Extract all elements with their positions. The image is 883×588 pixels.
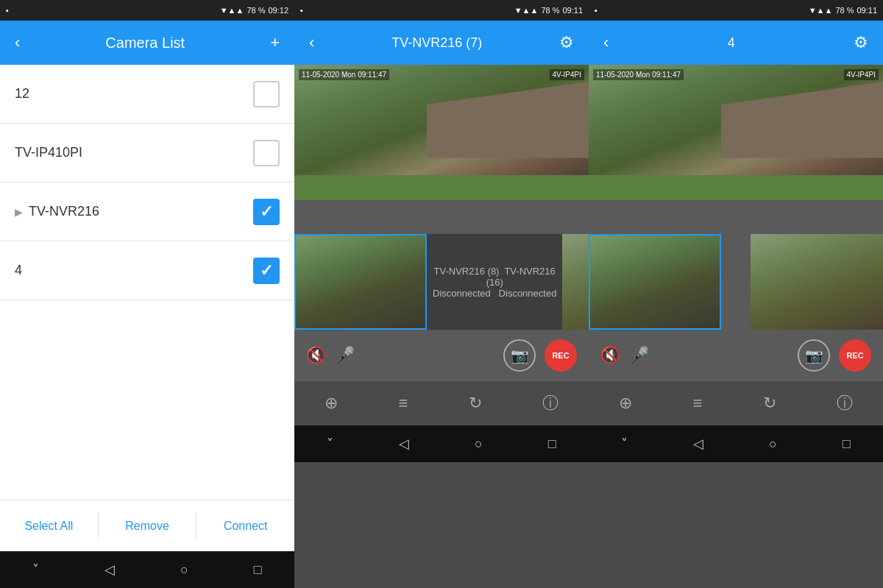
expand-arrow-tvnvr216[interactable]: ▶ — [15, 206, 23, 218]
cam4-view-panel: ▪ ▼▲▲ 78 % 09:11 ‹ 4 ⚙ 11-05-2020 Mon 09… — [589, 0, 883, 588]
select-all-button[interactable]: Select All — [0, 512, 99, 540]
pan-button-p3[interactable]: ⊕ — [610, 388, 641, 419]
app-icon-p3: ▪ — [595, 6, 597, 15]
back-button-p2[interactable]: ‹ — [303, 30, 320, 55]
nav-square-p1[interactable]: □ — [242, 556, 274, 584]
app-icon-p2: ▪ — [300, 6, 303, 15]
camera-item-4[interactable]: 4 — [0, 241, 294, 300]
nav-back-p1[interactable]: ◁ — [93, 556, 127, 584]
nvr-view-panel: ▪ ▼▲▲ 78 % 09:11 ‹ TV-NVR216 (7) ⚙ 11-05… — [294, 0, 589, 588]
camera-feed-p3 — [589, 65, 883, 234]
nav-back-p2[interactable]: ◁ — [387, 430, 421, 458]
disconnected-status-p2: Disconnected Disconnected — [433, 288, 556, 299]
camera-name-12: 12 — [15, 86, 253, 102]
road-element-p3 — [589, 200, 883, 234]
checkbox-4[interactable] — [253, 258, 280, 284]
app-title-p3: 4 — [614, 35, 848, 51]
status-bar-p3: ▪ ▼▲▲ 78 % 09:11 — [589, 0, 883, 21]
app-icon-p1: ▪ — [6, 6, 9, 15]
nav-chevron-p2[interactable]: ˅ — [315, 430, 345, 458]
grass-element-p2 — [294, 175, 589, 201]
back-button-p3[interactable]: ‹ — [597, 30, 614, 55]
battery-p1: 78 % — [247, 6, 265, 15]
nav-home-p1[interactable]: ○ — [169, 556, 200, 584]
nav-home-p3[interactable]: ○ — [757, 431, 789, 458]
camera-item-12[interactable]: 12 — [0, 65, 294, 124]
refresh-button-p3[interactable]: ↻ — [754, 388, 785, 419]
app-bar-p1: ‹ Camera List + — [0, 21, 294, 65]
nav-chevron-p3[interactable]: ˅ — [609, 430, 639, 458]
remove-button[interactable]: Remove — [99, 512, 197, 540]
controls-row-p3: 🔇 🎤 📷 REC — [589, 330, 883, 381]
main-camera-view-p3: 11-05-2020 Mon 09:11:47 4V-IP4PI — [589, 65, 883, 234]
mute-button-p3[interactable]: 🔇 — [600, 346, 620, 365]
nav-bar-p3: ˅ ◁ ○ □ — [589, 425, 883, 462]
checkbox-tvnvr216[interactable] — [253, 199, 280, 225]
status-bar-p1: ▪ ▼▲▲ 78 % 09:12 — [0, 0, 294, 21]
camera-name-4: 4 — [15, 263, 253, 278]
micoff-button-p2[interactable]: 🎤 — [335, 346, 355, 365]
rec-button-p3[interactable]: REC — [839, 339, 871, 372]
camera-timestamp-p3: 11-05-2020 Mon 09:11:47 — [593, 69, 684, 80]
thumb-feed-1-p2 — [296, 235, 425, 328]
mute-button-p2[interactable]: 🔇 — [306, 346, 326, 365]
main-camera-view-p2: 11-05-2020 Mon 09:11:47 4V-IP4PI — [294, 65, 589, 234]
time-p3: 09:11 — [857, 6, 877, 15]
camera-label-tr-p3: 4V-IP4PI — [844, 69, 879, 80]
rec-button-p2[interactable]: REC — [545, 339, 577, 372]
signal-icon-p2: ▼▲▲ — [514, 6, 539, 15]
settings-button-p2[interactable]: ⚙ — [553, 30, 580, 55]
bottom-toolbar-p3: ⊕ ≡ ↻ ⓘ — [589, 381, 883, 425]
thumb-1-p2[interactable] — [294, 234, 427, 330]
add-camera-button[interactable]: + — [264, 30, 286, 55]
thumbnail-row-p2: TV-NVR216 (8) TV-NVR216 (16) Disconnecte… — [294, 234, 589, 330]
app-title-p1: Camera List — [26, 35, 264, 52]
settings-button-p3[interactable]: ⚙ — [848, 30, 874, 55]
camera-icon-p3: 📷 — [805, 347, 823, 364]
connect-button[interactable]: Connect — [196, 512, 294, 540]
snapshot-button-p2[interactable]: 📷 — [503, 339, 536, 372]
pan-button-p2[interactable]: ⊕ — [316, 388, 347, 419]
grass-element-p3 — [589, 175, 883, 201]
status-bar-left-p3: ▪ — [595, 6, 597, 15]
status-bar-right-p3: ▼▲▲ 78 % 09:11 — [809, 6, 877, 15]
thumb-feed-2-p3 — [751, 234, 883, 330]
settings-icon-p2[interactable]: ≡ — [389, 388, 416, 419]
status-bar-right-p2: ▼▲▲ 78 % 09:11 — [514, 6, 583, 15]
info-button-p2[interactable]: ⓘ — [533, 386, 567, 420]
app-bar-p2: ‹ TV-NVR216 (7) ⚙ — [294, 21, 589, 65]
thumb-1-p3[interactable] — [589, 234, 721, 330]
snapshot-button-p3[interactable]: 📷 — [798, 339, 830, 372]
back-button-p1[interactable]: ‹ — [9, 30, 26, 55]
nav-square-p3[interactable]: □ — [831, 431, 862, 458]
camera-item-tvnvr216[interactable]: ▶ TV-NVR216 — [0, 183, 294, 241]
camera-feed-p2 — [294, 65, 589, 234]
nav-home-p2[interactable]: ○ — [463, 431, 494, 458]
empty-thumb-area-p3 — [721, 234, 751, 330]
disconnected-text-p2: TV-NVR216 (8) TV-NVR216 (16) — [433, 266, 556, 288]
checkbox-12[interactable] — [253, 81, 280, 107]
status-bar-left-p1: ▪ — [6, 6, 9, 15]
info-button-p3[interactable]: ⓘ — [828, 386, 862, 420]
thumbnail-row-p3 — [589, 234, 883, 330]
camera-list: 12 TV-IP410PI ▶ TV-NVR216 4 — [0, 65, 294, 500]
nav-chevron-p1[interactable]: ˅ — [21, 556, 51, 584]
camera-list-panel: ▪ ▼▲▲ 78 % 09:12 ‹ Camera List + 12 TV-I… — [0, 0, 294, 588]
camera-item-tvip410pi[interactable]: TV-IP410PI — [0, 124, 294, 183]
road-element-p2 — [294, 200, 589, 234]
signal-icon-p1: ▼▲▲ — [220, 6, 244, 15]
settings-icon-p3[interactable]: ≡ — [684, 388, 711, 419]
time-p1: 09:12 — [268, 6, 288, 15]
thumb-2-p3[interactable] — [751, 234, 883, 330]
nav-square-p2[interactable]: □ — [536, 431, 568, 458]
refresh-button-p2[interactable]: ↻ — [460, 388, 491, 419]
camera-name-tvip410pi: TV-IP410PI — [15, 145, 253, 160]
checkbox-tvip410pi[interactable] — [253, 140, 280, 166]
nav-back-p3[interactable]: ◁ — [681, 430, 715, 458]
status-bar-right-p1: ▼▲▲ 78 % 09:12 — [220, 6, 288, 15]
camera-name-tvnvr216: TV-NVR216 — [29, 204, 253, 219]
rec-label-p3: REC — [846, 351, 863, 360]
micoff-button-p3[interactable]: 🎤 — [629, 346, 649, 365]
status-bar-left-p2: ▪ — [300, 6, 303, 15]
status-bar-p2: ▪ ▼▲▲ 78 % 09:11 — [294, 0, 589, 21]
